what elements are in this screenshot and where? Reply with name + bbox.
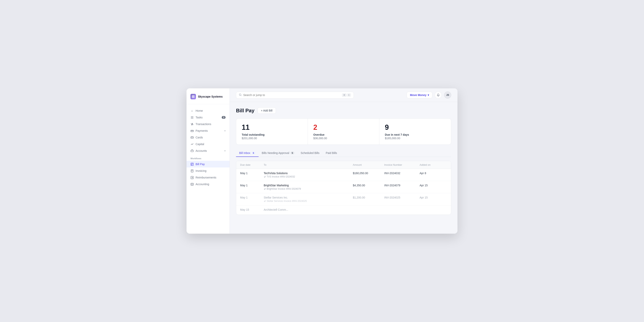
workflows-section-label: Workflows — [186, 154, 230, 161]
sidebar-item-invoicing[interactable]: Invoicing — [186, 168, 230, 174]
table-row[interactable]: May 15 Architectell Comm... — [236, 205, 451, 214]
sidebar-item-accounts-label: Accounts — [196, 149, 207, 152]
table-row[interactable]: May 1 Stellar Services Inc. Stellar Serv… — [236, 193, 451, 205]
brand-icon — [190, 94, 196, 99]
tab-bill-inbox[interactable]: Bill Inbox 6 — [236, 150, 258, 157]
search-icon — [239, 94, 242, 97]
avatar-initials: JB — [446, 94, 449, 96]
table-row[interactable]: May 1 TechVista Solutions TVS Invoice #I… — [236, 169, 451, 181]
row4-vendor-name: Architectell Comm... — [264, 208, 353, 211]
move-money-button[interactable]: Move Money ▾ — [406, 92, 432, 98]
notifications-button[interactable] — [435, 92, 442, 98]
add-bill-button[interactable]: + Add Bill — [258, 108, 276, 114]
table-header: Due date To Amount Invoice Number Added … — [236, 161, 451, 169]
row1-vendor-info: TechVista Solutions TVS Invoice #INV-202… — [264, 172, 353, 178]
row1-due-date: May 1 — [240, 172, 264, 175]
bell-icon — [437, 94, 440, 96]
sidebar-item-payments[interactable]: Payments ▾ — [186, 128, 230, 134]
bill-pay-icon — [190, 162, 194, 166]
tab-scheduled-bills-label: Scheduled Bills — [300, 152, 320, 154]
search-bar[interactable]: ⌘ K — [236, 92, 354, 98]
svg-rect-8 — [191, 183, 194, 185]
sidebar-item-cards-label: Cards — [196, 136, 203, 139]
row3-invoice-ref: Stellar Services Invoice #INV-2024025 — [264, 200, 353, 202]
table-row-2[interactable]: May 1 BrightStar Marketing BrightStar In… — [236, 181, 451, 193]
tab-scheduled-bills[interactable]: Scheduled Bills — [298, 150, 322, 157]
sidebar-item-home-label: Home — [196, 109, 203, 112]
table-row-4[interactable]: May 15 Architectell Comm... — [236, 205, 451, 214]
tab-bills-needing-approval-badge: 5 — [290, 152, 294, 154]
svg-rect-4 — [191, 150, 194, 152]
sidebar-item-cards[interactable]: Cards — [186, 134, 230, 141]
stat-total-number: 11 — [242, 123, 302, 132]
sidebar-item-bill-pay-label: Bill Pay — [196, 162, 205, 166]
capital-icon — [190, 142, 194, 146]
brand-name: Skyscape Systems — [198, 95, 223, 98]
col-header-invoice-number: Invoice Number — [384, 163, 420, 166]
row1-added-on: Apr 8 — [420, 172, 447, 175]
sidebar-item-bill-pay[interactable]: Bill Pay — [186, 161, 230, 168]
sidebar-item-accounting[interactable]: Accounting — [186, 181, 230, 188]
tab-paid-bills-label: Paid Bills — [326, 152, 337, 154]
sidebar-item-invoicing-label: Invoicing — [196, 169, 206, 172]
accounts-icon — [190, 149, 194, 152]
move-money-chevron-icon: ▾ — [428, 94, 429, 96]
sidebar-item-transactions[interactable]: Transactions — [186, 121, 230, 128]
stat-upcoming-amount: $165,000.00 — [385, 137, 446, 140]
stat-card-overdue: 2 Overdue $36,000.00 — [308, 118, 380, 144]
row2-vendor-info: BrightStar Marketing BrightStar Invoice … — [264, 184, 353, 190]
table-row-1[interactable]: May 1 TechVista Solutions TVS Invoice #I… — [236, 169, 451, 181]
svg-rect-1 — [191, 117, 194, 118]
svg-rect-2 — [191, 118, 194, 118]
svg-rect-0 — [191, 116, 194, 117]
row1-vendor-name: TechVista Solutions — [264, 172, 353, 175]
col-header-added-on: Added on — [420, 163, 447, 166]
sidebar-item-capital[interactable]: Capital — [186, 141, 230, 148]
row2-invoice-ref: BrightStar Invoice #INV-2024079 — [264, 188, 353, 190]
tab-bills-needing-approval-label: Bills Needing Approval — [262, 152, 289, 154]
col-header-due-date: Due date — [240, 163, 264, 166]
sidebar-item-reimbursements[interactable]: Reimbursements — [186, 174, 230, 181]
sidebar-item-accounts[interactable]: Accounts ▾ — [186, 148, 230, 154]
sidebar-item-reimbursements-label: Reimbursements — [196, 176, 216, 179]
attachment-icon — [264, 176, 266, 178]
main-area: ⌘ K Move Money ▾ JB — [230, 88, 458, 234]
tasks-icon — [190, 116, 194, 119]
stat-overdue-number: 2 — [313, 123, 374, 132]
stat-card-total: 11 Total outstanding $201,000.00 — [236, 118, 308, 144]
attachment-icon — [264, 188, 266, 190]
tab-paid-bills[interactable]: Paid Bills — [322, 150, 340, 157]
row3-invoice-number: INV-2024025 — [384, 196, 420, 199]
accounting-icon — [190, 182, 194, 186]
cards-icon — [190, 136, 194, 139]
accounts-chevron-icon: ▾ — [224, 150, 226, 152]
svg-rect-3 — [191, 137, 194, 138]
tasks-badge: 3 — [222, 116, 226, 119]
topbar: ⌘ K Move Money ▾ JB — [230, 88, 458, 102]
sidebar-item-tasks[interactable]: Tasks 3 — [186, 114, 230, 121]
stat-overdue-label: Overdue — [313, 133, 374, 136]
row4-vendor-info: Architectell Comm... — [264, 208, 353, 212]
table-row[interactable]: May 1 BrightStar Marketing BrightStar In… — [236, 181, 451, 193]
topbar-right: Move Money ▾ JB — [406, 92, 451, 98]
tab-bills-needing-approval[interactable]: Bills Needing Approval 5 — [258, 150, 298, 157]
home-icon: ⌂ — [190, 109, 194, 112]
sidebar-item-payments-label: Payments — [196, 129, 208, 132]
sidebar-item-capital-label: Capital — [196, 142, 204, 146]
tabs-row: Bill Inbox 6 Bills Needing Approval 5 Sc… — [236, 150, 451, 157]
row4-due-date: May 15 — [240, 208, 264, 211]
bills-table: Due date To Amount Invoice Number Added … — [236, 161, 451, 215]
stat-upcoming-label: Due in next 7 days — [385, 133, 446, 136]
sidebar-item-transactions-label: Transactions — [196, 122, 211, 126]
sidebar-item-tasks-label: Tasks — [196, 116, 202, 119]
sidebar-item-home[interactable]: ⌂ Home — [186, 108, 230, 114]
stat-card-upcoming: 9 Due in next 7 days $165,000.00 — [379, 118, 451, 144]
search-shortcut: ⌘ K — [342, 94, 351, 97]
row2-amount: $4,350.00 — [353, 184, 384, 187]
table-row-3[interactable]: May 1 Stellar Services Inc. Stellar Serv… — [236, 193, 451, 205]
search-input[interactable] — [243, 94, 340, 96]
row2-vendor-name: BrightStar Marketing — [264, 184, 353, 187]
invoicing-icon — [190, 169, 194, 172]
brand: Skyscape Systems — [186, 88, 230, 104]
user-avatar[interactable]: JB — [444, 92, 451, 98]
